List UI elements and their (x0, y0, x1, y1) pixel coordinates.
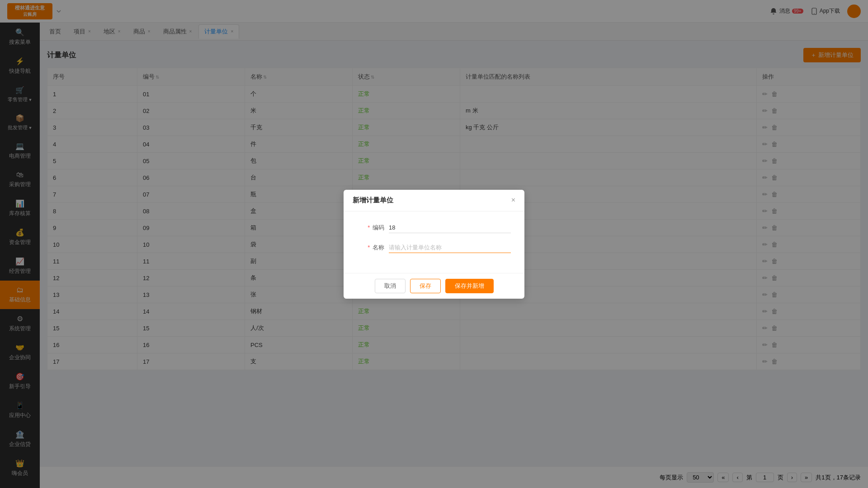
modal-header: 新增计量单位 × (344, 190, 524, 211)
modal-body: * 编码 * 名称 (344, 211, 524, 273)
modal-title: 新增计量单位 (353, 196, 393, 205)
name-input[interactable] (389, 242, 511, 253)
name-label: * 名称 (357, 244, 384, 252)
save-button[interactable]: 保存 (410, 279, 441, 293)
code-input[interactable] (389, 222, 511, 233)
form-row-code: * 编码 (357, 222, 511, 233)
code-label: * 编码 (357, 224, 384, 232)
form-row-name: * 名称 (357, 242, 511, 253)
required-marker: * (368, 224, 370, 231)
save-and-new-button[interactable]: 保存并新增 (445, 279, 494, 293)
cancel-button[interactable]: 取消 (375, 279, 406, 293)
add-unit-modal: 新增计量单位 × * 编码 * 名称 取消 保存 保存并新增 (344, 190, 524, 299)
modal-overlay[interactable]: 新增计量单位 × * 编码 * 名称 取消 保存 保存并新增 (0, 0, 868, 488)
modal-footer: 取消 保存 保存并新增 (344, 273, 524, 299)
required-marker: * (368, 244, 370, 251)
modal-close-button[interactable]: × (511, 196, 515, 204)
